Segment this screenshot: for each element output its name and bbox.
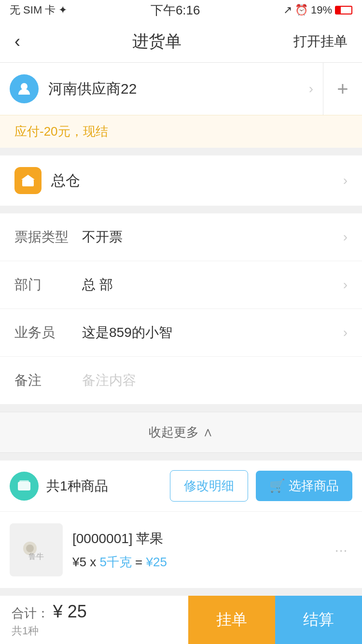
products-count: 共1种商品: [46, 477, 170, 495]
add-supplier-button[interactable]: +: [323, 63, 362, 115]
select-product-button[interactable]: 🛒 选择商品: [256, 471, 352, 501]
warehouse-name: 总仓: [51, 171, 343, 191]
product-name: [0000001] 苹果: [72, 530, 330, 548]
cart-icon: 🛒: [269, 478, 285, 493]
total-section: 合计： ¥ 25 共1种: [0, 602, 188, 638]
salesman-label: 业务员: [14, 323, 82, 342]
supplier-avatar: [10, 74, 39, 103]
open-hold-button[interactable]: 打开挂单: [293, 32, 348, 51]
bottom-bar: 合计： ¥ 25 共1种 挂单 结算: [0, 596, 362, 644]
product-info: [0000001] 苹果 ¥5 x 5千克 = ¥25: [72, 530, 330, 571]
page-title: 进货单: [132, 30, 181, 53]
salesman-arrow-icon: ›: [343, 325, 348, 340]
supplier-arrow-icon: ›: [309, 81, 313, 97]
svg-rect-1: [22, 180, 34, 186]
location-icon: ↗: [283, 4, 292, 16]
collapse-button[interactable]: 收起更多 ∧: [0, 412, 362, 453]
product-price: ¥5 x 5千克 = ¥25: [72, 554, 330, 571]
department-label: 部门: [14, 276, 82, 294]
department-arrow-icon: ›: [343, 277, 348, 293]
department-row[interactable]: 部门 总 部 ›: [0, 261, 362, 309]
back-button[interactable]: ‹: [14, 31, 20, 52]
hold-button[interactable]: 挂单: [188, 596, 275, 644]
alarm-icon: ⏰: [295, 4, 308, 16]
payment-notice: 应付-20元，现结: [0, 115, 362, 148]
svg-marker-2: [21, 175, 35, 180]
battery-label: 19%: [311, 4, 332, 16]
svg-point-0: [21, 83, 28, 90]
ticket-type-row[interactable]: 票据类型 不开票 ›: [0, 213, 362, 261]
total-amount: ¥ 25: [53, 602, 87, 621]
supplier-selector[interactable]: 河南供应商22 ›: [0, 63, 323, 115]
status-left: 无 SIM 卡 ✦: [10, 3, 67, 17]
status-time: 下午6:16: [151, 2, 200, 19]
svg-text:鲁牛: 鲁牛: [28, 552, 44, 560]
battery-icon: [335, 6, 352, 14]
unit-price: ¥5: [72, 555, 86, 569]
select-product-label: 选择商品: [289, 477, 339, 494]
products-icon: [10, 472, 39, 501]
price-separator: x: [90, 555, 99, 569]
warehouse-selector[interactable]: 总仓 ›: [0, 155, 362, 206]
total-label: 合计：: [12, 606, 49, 620]
ticket-type-arrow-icon: ›: [343, 229, 348, 245]
products-header: 共1种商品 修改明细 🛒 选择商品: [0, 461, 362, 511]
salesman-row[interactable]: 业务员 这是859的小智 ›: [0, 309, 362, 357]
status-right: ↗ ⏰ 19%: [283, 4, 352, 16]
settle-button[interactable]: 结算: [275, 596, 362, 644]
total-count: 共1种: [12, 624, 177, 638]
supplier-name: 河南供应商22: [48, 79, 304, 99]
subtotal: ¥25: [146, 555, 167, 569]
note-row[interactable]: 备注 备注内容: [0, 357, 362, 404]
equals-sign: =: [135, 555, 146, 569]
product-thumbnail: 鲁牛: [10, 523, 63, 576]
quantity: 5千克: [99, 555, 131, 569]
note-placeholder: 备注内容: [82, 371, 348, 390]
ticket-type-label: 票据类型: [14, 228, 82, 246]
note-label: 备注: [14, 371, 82, 390]
status-bar: 无 SIM 卡 ✦ 下午6:16 ↗ ⏰ 19%: [0, 0, 362, 20]
supplier-section: 河南供应商22 › + 应付-20元，现结: [0, 63, 362, 148]
sim-status: 无 SIM 卡 ✦: [10, 3, 67, 17]
product-item: 鲁牛 [0000001] 苹果 ¥5 x 5千克 = ¥25 ···: [0, 512, 362, 588]
warehouse-icon: [14, 167, 42, 194]
product-more-button[interactable]: ···: [330, 536, 352, 564]
nav-bar: ‹ 进货单 打开挂单: [0, 20, 362, 63]
total-row: 合计： ¥ 25: [12, 602, 177, 622]
svg-rect-4: [19, 480, 29, 482]
ticket-type-value: 不开票: [82, 228, 343, 246]
department-value: 总 部: [82, 276, 343, 294]
salesman-value: 这是859的小智: [82, 323, 343, 342]
svg-point-6: [26, 545, 34, 552]
svg-rect-3: [18, 482, 30, 490]
edit-detail-button[interactable]: 修改明细: [170, 470, 248, 502]
form-section: 票据类型 不开票 › 部门 总 部 › 业务员 这是859的小智 › 备注 备注…: [0, 213, 362, 404]
warehouse-arrow-icon: ›: [343, 173, 348, 188]
